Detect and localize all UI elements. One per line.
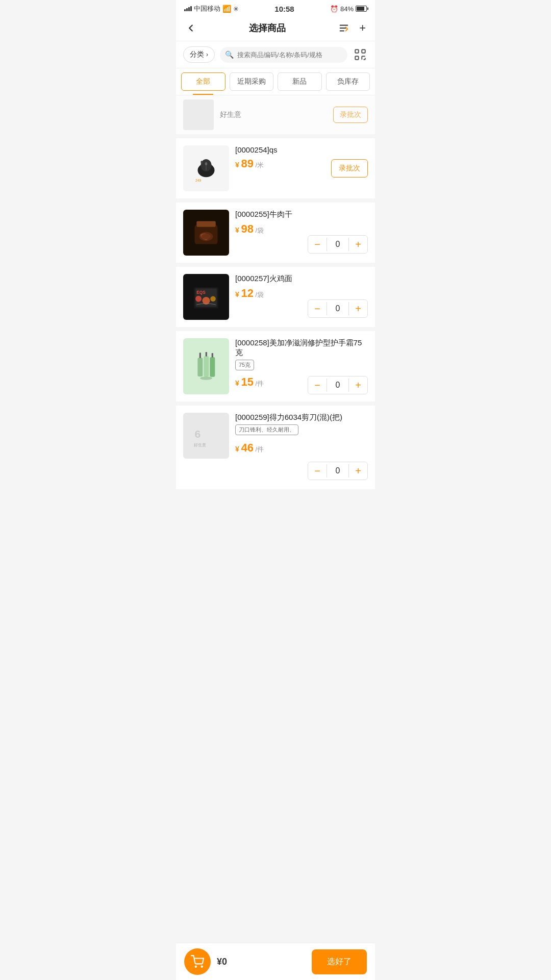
product-item-p2: [0000255]牛肉干 ¥ 98 /袋 − 0 + xyxy=(176,203,375,263)
product-info-p5: [0000259]得力6034剪刀(混)(把) 刀口锋利、经久耐用、 ¥ 46 … xyxy=(235,413,368,455)
category-label: 分类 xyxy=(190,50,204,59)
qty-control-p3: − 0 + xyxy=(308,299,368,318)
qty-decrease-p3[interactable]: − xyxy=(308,300,327,317)
svg-rect-30 xyxy=(206,352,207,357)
product-name-p1: [0000254]qs xyxy=(235,145,368,154)
svg-rect-14 xyxy=(201,161,203,164)
signal-icon xyxy=(184,6,192,11)
product-info-p3: [0000257]火鸡面 ¥ 12 /袋 xyxy=(235,274,368,300)
alarm-icon: ⏰ xyxy=(330,5,338,13)
page-title: 选择商品 xyxy=(249,22,286,34)
wifi-icon: 📶 xyxy=(222,5,231,13)
status-left: 中国移动 📶 ✳ xyxy=(184,4,239,13)
record-batch-button-p1[interactable]: 录批次 xyxy=(331,159,368,178)
qty-control-p4: − 0 + xyxy=(308,376,368,394)
chevron-right-icon: › xyxy=(206,51,208,58)
qty-increase-p3[interactable]: + xyxy=(349,300,367,317)
tab-all[interactable]: 全部 xyxy=(181,72,226,91)
filter-button[interactable] xyxy=(337,21,351,35)
status-right: ⏰ 84% xyxy=(330,5,367,13)
svg-text:好生意: 好生意 xyxy=(194,443,206,447)
qty-value-p3: 0 xyxy=(327,302,349,315)
search-input[interactable] xyxy=(220,47,347,63)
search-area: 分类 › 🔍 xyxy=(176,41,375,68)
battery-icon xyxy=(356,6,367,12)
scan-button[interactable] xyxy=(353,47,368,62)
svg-text:249: 249 xyxy=(195,179,202,182)
tab-recent[interactable]: 近期采购 xyxy=(230,72,274,91)
qty-control-p5: − 0 + xyxy=(308,462,368,480)
qty-increase-p5[interactable]: + xyxy=(349,462,367,480)
qty-decrease-p4[interactable]: − xyxy=(308,376,327,394)
svg-rect-28 xyxy=(210,357,215,377)
qty-value-p4: 0 xyxy=(327,379,349,392)
svg-point-13 xyxy=(205,162,208,165)
svg-rect-5 xyxy=(355,56,359,60)
svg-rect-26 xyxy=(197,358,203,376)
header-actions: + xyxy=(337,20,367,36)
tab-negative[interactable]: 负库存 xyxy=(326,72,370,91)
product-item-p4: [0000258]美加净滋润修护型护手霜75克 75克 ¥ 15 /件 − 0 … xyxy=(176,331,375,401)
product-image-p1: 249 xyxy=(183,145,229,191)
svg-rect-4 xyxy=(362,49,365,53)
svg-rect-29 xyxy=(199,353,201,358)
product-name-p5: [0000259]得力6034剪刀(混)(把) xyxy=(235,413,368,422)
product-image-p4 xyxy=(183,338,229,394)
product-price-p5: ¥ 46 /件 xyxy=(235,441,368,455)
svg-rect-31 xyxy=(212,353,213,358)
qty-decrease-p2[interactable]: − xyxy=(308,236,327,253)
product-info-p2: [0000255]牛肉干 ¥ 98 /袋 xyxy=(235,210,368,236)
time-display: 10:58 xyxy=(274,5,294,13)
network-icon: ✳ xyxy=(233,5,239,13)
search-icon: 🔍 xyxy=(225,51,234,59)
back-button[interactable] xyxy=(184,21,197,35)
svg-rect-27 xyxy=(204,356,209,376)
bottom-spacer xyxy=(176,493,375,534)
header: 选择商品 + xyxy=(176,15,375,41)
qty-increase-p2[interactable]: + xyxy=(349,236,367,253)
svg-rect-17 xyxy=(196,221,216,227)
partial-record-button[interactable]: 录批次 xyxy=(333,107,368,123)
product-item-p3: EQS [0000257]火鸡面 ¥ 12 /袋 − 0 + xyxy=(176,267,375,327)
partial-product-label: 好生意 xyxy=(220,110,241,119)
product-tag-p4: 75克 xyxy=(235,360,254,370)
qty-control-p2: − 0 + xyxy=(308,235,368,254)
carrier-label: 中国移动 xyxy=(194,4,220,13)
product-price-p2: ¥ 98 /袋 xyxy=(235,222,368,236)
product-item: 249 [0000254]qs ¥ 89 /米 录批次 xyxy=(176,138,375,198)
product-name-p2: [0000255]牛肉干 xyxy=(235,210,368,219)
add-button[interactable]: + xyxy=(358,20,367,36)
product-name-p4: [0000258]美加净滋润修护型护手霜75克 xyxy=(235,338,368,358)
search-wrapper: 🔍 xyxy=(220,47,347,63)
partial-product-item: 好生意 录批次 xyxy=(176,95,375,134)
qty-value-p5: 0 xyxy=(327,464,349,478)
svg-text:EQS: EQS xyxy=(196,290,206,295)
tab-new[interactable]: 新品 xyxy=(278,72,322,91)
status-bar: 中国移动 📶 ✳ 10:58 ⏰ 84% xyxy=(176,0,375,15)
product-tag-p5: 刀口锋利、经久耐用、 xyxy=(235,424,298,435)
qty-value-p2: 0 xyxy=(327,238,349,251)
category-button[interactable]: 分类 › xyxy=(183,46,215,63)
svg-point-32 xyxy=(200,376,212,380)
product-name-p3: [0000257]火鸡面 xyxy=(235,274,368,284)
svg-text:6: 6 xyxy=(195,428,201,440)
product-image-p3: EQS xyxy=(183,274,229,320)
product-price-p3: ¥ 12 /袋 xyxy=(235,287,368,300)
qty-decrease-p5[interactable]: − xyxy=(308,462,327,480)
svg-point-25 xyxy=(210,296,216,302)
svg-rect-3 xyxy=(355,49,359,53)
product-image-p2 xyxy=(183,210,229,256)
product-item-p5: 6 好生意 [0000259]得力6034剪刀(混)(把) 刀口锋利、经久耐用、… xyxy=(176,406,375,489)
battery-percent: 84% xyxy=(340,5,354,13)
partial-product-image xyxy=(183,99,214,130)
svg-point-23 xyxy=(195,296,202,302)
product-image-p5: 6 好生意 xyxy=(183,413,229,459)
svg-point-19 xyxy=(202,234,211,239)
tab-bar: 全部 近期采购 新品 负库存 xyxy=(176,68,375,95)
qty-increase-p4[interactable]: + xyxy=(349,376,367,394)
product-list: 249 [0000254]qs ¥ 89 /米 录批次 [0000255]牛肉干 xyxy=(176,138,375,489)
